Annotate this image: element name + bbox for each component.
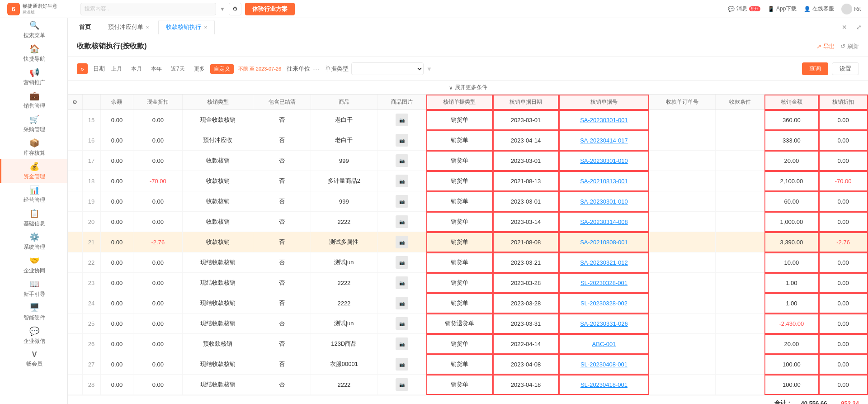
td-write-off-voucher-type: 销货单 xyxy=(426,171,493,191)
sidebar-item-cooperation[interactable]: 🤝 企业协同 xyxy=(0,253,67,277)
industry-button[interactable]: 体验行业方案 xyxy=(245,3,295,15)
td-write-off-no[interactable]: SA-20230314-008 xyxy=(559,212,649,232)
table-row: 190.000.00收款核销否999📷销货单2023-03-01SA-20230… xyxy=(68,191,868,212)
sidebar-item-quicknav[interactable]: 🏠 快捷导航 xyxy=(0,42,67,65)
tab-home[interactable]: 首页 xyxy=(71,20,99,34)
td-write-off-no[interactable]: ABC-001 xyxy=(559,334,649,354)
tab-writeoff[interactable]: 收款核销执行 × xyxy=(158,20,214,34)
sidebar-item-sales[interactable]: 💼 销售管理 xyxy=(0,89,67,112)
td-included-settled: 否 xyxy=(253,252,311,273)
td-cash-discount: 0.00 xyxy=(133,252,183,273)
notification-button[interactable]: 💬 消息 99+ xyxy=(728,5,760,13)
counterparty-dots[interactable]: ··· xyxy=(313,64,320,74)
td-write-off-voucher-type: 销货单 xyxy=(426,232,493,252)
td-cash-discount: 0.00 xyxy=(133,191,183,212)
top-bar: 6 畅捷通谐好生意 标准版 搜索内容... ▼ ⚙ 体验行业方案 💬 消息 99… xyxy=(0,0,868,18)
close-tab-icon[interactable]: ✕ xyxy=(839,22,850,33)
filter-this-year[interactable]: 本年 xyxy=(147,64,165,74)
sidebar-item-basics[interactable]: 📋 基础信息 xyxy=(0,206,67,230)
app-download-button[interactable]: 📱 App下载 xyxy=(768,5,797,13)
sidebar-item-operations[interactable]: 📊 经营管理 xyxy=(0,183,67,206)
sidebar-item-hardware[interactable]: 🖥️ 智能硬件 xyxy=(0,300,67,324)
sidebar-item-marketing[interactable]: 📢 营销推广 xyxy=(0,65,67,89)
tab-writeoff-close[interactable]: × xyxy=(204,24,207,30)
filter-last-month[interactable]: 上月 xyxy=(108,64,126,74)
td-write-off-no[interactable]: SL-20230408-001 xyxy=(559,354,649,375)
td-write-off-discount: 0.00 xyxy=(819,375,868,395)
filter-row: » 日期 上月 本月 本年 近7天 更多 自定义 不限 至 2023-07-26 xyxy=(77,62,859,75)
sidebar-item-system[interactable]: ⚙️ 系统管理 xyxy=(0,230,67,253)
td-seq: 25 xyxy=(82,314,100,334)
td-balance: 0.00 xyxy=(100,314,133,334)
th-goods: 商品 xyxy=(311,95,377,110)
filter-settings-button[interactable]: 设置 xyxy=(832,62,859,75)
page-header: 收款核销执行(按收款) ↗ 导出 ↺ 刷新 xyxy=(68,36,868,57)
td-write-off-date: 2023-03-28 xyxy=(493,273,559,293)
expand-more-button[interactable]: ∨ 展开更多条件 xyxy=(449,84,487,91)
search-icon: 🔍 xyxy=(29,20,39,30)
notification-badge: 99+ xyxy=(749,6,760,11)
td-balance: 0.00 xyxy=(100,130,133,151)
sidebar-item-guide[interactable]: 📖 新手引导 xyxy=(0,277,67,300)
sidebar-label-operations: 经营管理 xyxy=(24,196,45,204)
export-button[interactable]: ↗ 导出 xyxy=(816,43,835,51)
dropdown-arrow-icon[interactable]: ▼ xyxy=(220,6,225,12)
td-receipt-condition xyxy=(715,273,764,293)
sidebar-item-finance[interactable]: 💰 资金管理 xyxy=(0,159,67,183)
td-balance: 0.00 xyxy=(100,171,133,191)
td-write-off-no[interactable]: SA-20230301-001 xyxy=(559,110,649,130)
sidebar-item-search[interactable]: 🔍 搜索菜单 xyxy=(0,18,67,42)
td-write-off-no[interactable]: SL-20230418-001 xyxy=(559,375,649,395)
td-gear xyxy=(68,171,82,191)
td-write-off-discount: 0.00 xyxy=(819,334,868,354)
td-balance: 0.00 xyxy=(100,212,133,232)
voucher-type-select[interactable] xyxy=(351,62,424,75)
td-write-off-discount: 0.00 xyxy=(819,314,868,334)
td-receipt-order-no xyxy=(649,314,716,334)
filter-custom-date[interactable]: 自定义 xyxy=(210,64,234,74)
sidebar-item-wechat[interactable]: 💬 企业微信 xyxy=(0,324,67,347)
td-included-settled: 否 xyxy=(253,354,311,375)
td-write-off-no[interactable]: SA-20230321-012 xyxy=(559,252,649,273)
td-write-off-type: 现结收款核销 xyxy=(183,273,253,293)
td-write-off-no[interactable]: SL-20230328-001 xyxy=(559,273,649,293)
search-box[interactable]: 搜索内容... xyxy=(80,3,216,15)
td-seq: 24 xyxy=(82,293,100,314)
query-button[interactable]: 查询 xyxy=(802,62,828,75)
refresh-button[interactable]: ↺ 刷新 xyxy=(840,43,859,51)
td-write-off-voucher-type: 销货退货单 xyxy=(426,314,493,334)
td-write-off-voucher-type: 销货单 xyxy=(426,130,493,151)
td-write-off-no[interactable]: SL-20230328-002 xyxy=(559,293,649,314)
filter-this-month[interactable]: 本月 xyxy=(127,64,146,74)
filter-7days[interactable]: 近7天 xyxy=(167,64,189,74)
sidebar-label-basics: 基础信息 xyxy=(24,220,45,228)
voucher-type-dropdown[interactable]: ▼ xyxy=(426,66,432,72)
main-content: 首页 预付冲应付单 × 收款核销执行 × ✕ ⤢ 收款核销执行(按收款) xyxy=(68,18,868,404)
td-write-off-no[interactable]: SA-20230301-010 xyxy=(559,151,649,171)
th-write-off-discount: 核销折扣 xyxy=(819,95,868,110)
td-write-off-no[interactable]: SA-20230414-017 xyxy=(559,130,649,151)
filter-more-date[interactable]: 更多 xyxy=(190,64,208,74)
user-menu[interactable]: Rit xyxy=(841,4,861,14)
td-write-off-discount: 0.00 xyxy=(819,212,868,232)
filter-toggle-button[interactable]: » xyxy=(77,63,88,74)
online-service-button[interactable]: 👤 在线客服 xyxy=(804,5,834,13)
maximize-icon[interactable]: ⤢ xyxy=(854,22,864,33)
sidebar-item-vip[interactable]: V 畅会员 xyxy=(0,347,67,371)
tab-prepayment[interactable]: 预付冲应付单 × xyxy=(100,20,156,34)
td-write-off-voucher-type: 销货单 xyxy=(426,293,493,314)
td-write-off-no[interactable]: SA-20210813-001 xyxy=(559,171,649,191)
td-write-off-no[interactable]: SA-20230301-010 xyxy=(559,191,649,212)
td-write-off-date: 2021-08-13 xyxy=(493,171,559,191)
td-write-off-no[interactable]: SA-20210808-001 xyxy=(559,232,649,252)
page-title: 收款核销执行(按收款) xyxy=(77,42,147,51)
td-seq: 22 xyxy=(82,252,100,273)
td-write-off-no[interactable]: SA-20230331-026 xyxy=(559,314,649,334)
sidebar-item-purchase[interactable]: 🛒 采购管理 xyxy=(0,112,67,136)
tab-prepayment-close[interactable]: × xyxy=(146,24,149,30)
sidebar-item-inventory[interactable]: 📦 库存核算 xyxy=(0,136,67,159)
td-write-off-discount: -70.00 xyxy=(819,171,868,191)
settings-icon[interactable]: ⚙ xyxy=(229,3,241,15)
td-seq: 19 xyxy=(82,191,100,212)
th-gear[interactable]: ⚙ xyxy=(68,95,82,110)
